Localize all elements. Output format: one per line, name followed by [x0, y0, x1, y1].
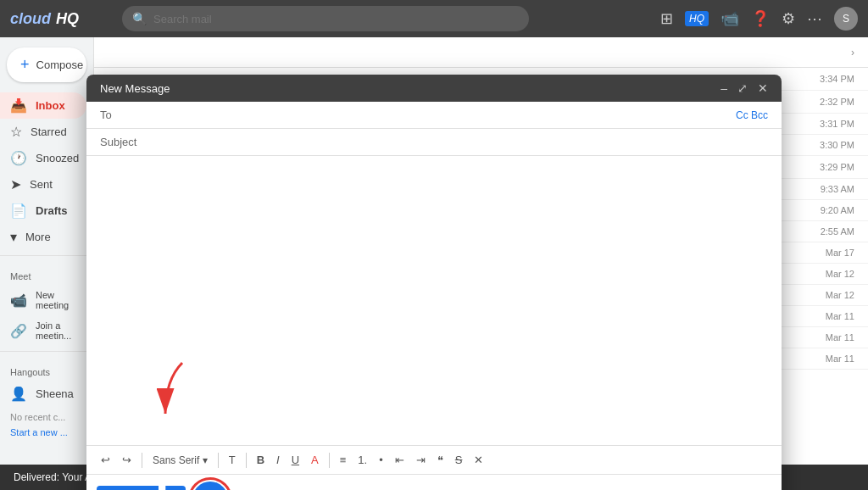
align-button[interactable]: ≡	[336, 451, 351, 469]
send-arrow-button[interactable]: ▾	[165, 486, 186, 490]
italic-button[interactable]: I	[272, 451, 284, 469]
sidebar-item-snoozed-label: Snoozed	[36, 152, 79, 164]
snoozed-icon: 🕐	[10, 150, 27, 166]
top-bar-right: ⊞ HQ 📹 ❓ ⚙ ⋯ S	[660, 7, 858, 31]
email-list-header: ›	[94, 37, 868, 68]
compose-plus-icon: +	[20, 56, 30, 74]
apps-icon[interactable]: ⋯	[807, 9, 822, 28]
sidebar-item-snoozed[interactable]: 🕐 Snoozed	[0, 145, 86, 171]
email-time: Mar 11	[816, 311, 854, 321]
email-time: 3:31 PM	[816, 119, 854, 129]
email-time: Mar 12	[816, 290, 854, 300]
logo-hq: HQ	[56, 10, 79, 28]
email-time: 9:33 AM	[816, 184, 854, 194]
strikethrough-button[interactable]: S	[451, 451, 467, 469]
sidebar-item-sent[interactable]: ➤ Sent	[0, 171, 86, 198]
compose-subject-row: Subject	[86, 129, 782, 156]
email-time: Mar 11	[816, 332, 854, 342]
sidebar-item-starred[interactable]: ☆ Starred	[0, 119, 86, 145]
email-time: Mar 12	[816, 269, 854, 279]
to-input[interactable]	[142, 109, 736, 121]
indent-more-button[interactable]: ⇥	[412, 451, 430, 469]
new-meeting-icon: 📹	[10, 292, 27, 309]
close-icon[interactable]: ✕	[758, 81, 768, 95]
cloudhq-logo: cloudHQ	[10, 10, 112, 28]
unordered-list-button[interactable]: •	[375, 451, 387, 469]
sidebar-item-inbox-label: Inbox	[36, 99, 65, 112]
bold-button[interactable]: B	[253, 451, 269, 469]
top-bar: cloudHQ 🔍 ⊞ HQ 📹 ❓ ⚙ ⋯ S	[0, 0, 868, 37]
hangouts-status: No recent c...	[0, 407, 93, 427]
sidebar: + Compose 📥 Inbox ☆ Starred 🕐 Snoozed ➤ …	[0, 37, 93, 490]
indent-less-button[interactable]: ⇤	[391, 451, 409, 469]
blockquote-button[interactable]: ❝	[433, 451, 448, 469]
join-meeting-icon: 🔗	[10, 323, 27, 339]
compose-button[interactable]: + Compose	[7, 47, 86, 82]
minimize-icon[interactable]: –	[721, 81, 727, 95]
send-button[interactable]: Send	[97, 486, 159, 490]
email-time: Mar 17	[816, 248, 854, 258]
email-time: 3:34 PM	[816, 74, 854, 84]
font-color-button[interactable]: A	[307, 451, 323, 469]
sidebar-item-inbox[interactable]: 📥 Inbox	[0, 92, 86, 119]
sidebar-item-join-meeting[interactable]: 🔗 Join a meetin...	[0, 315, 86, 346]
compose-to-row: To Cc Bcc	[86, 102, 782, 129]
compose-title: New Message	[100, 82, 170, 95]
to-label: To	[100, 109, 142, 121]
sidebar-item-drafts-label: Drafts	[36, 204, 68, 217]
logo-cloud: cloud	[10, 10, 51, 28]
starred-icon: ☆	[10, 124, 22, 140]
inbox-icon: 📥	[10, 97, 27, 114]
search-icon: 🔍	[132, 12, 147, 25]
start-new-chat[interactable]: Start a new ...	[0, 427, 93, 437]
video-icon[interactable]: 📹	[721, 9, 739, 28]
email-time: 3:30 PM	[816, 140, 854, 150]
undo-button[interactable]: ↩	[97, 451, 114, 469]
subject-input[interactable]	[142, 136, 768, 148]
sidebar-item-new-meeting[interactable]: 📹 New meeting	[0, 285, 86, 315]
sidebar-item-drafts[interactable]: 📄 Drafts	[0, 198, 86, 224]
fmt-divider-1	[142, 453, 142, 468]
avatar[interactable]: S	[834, 7, 858, 31]
settings-icon[interactable]: ⚙	[782, 9, 795, 28]
redo-button[interactable]: ↪	[118, 451, 136, 469]
compose-body[interactable]	[86, 156, 782, 445]
main-layout: + Compose 📥 Inbox ☆ Starred 🕐 Snoozed ➤ …	[0, 37, 868, 490]
compose-overlay: New Message – ⤢ ✕ To Cc Bcc Subject ↩ ↪ …	[86, 75, 782, 490]
email-time: 2:55 AM	[816, 226, 854, 237]
filter-icon[interactable]: ⊞	[660, 9, 673, 28]
more-chevron-icon: ▾	[10, 229, 17, 245]
remove-formatting-button[interactable]: ✕	[470, 451, 487, 469]
cloud-hq-icon[interactable]: HQ	[685, 11, 709, 26]
fmt-divider-3	[246, 453, 247, 468]
hangouts-section-label: Hangouts	[0, 357, 93, 381]
sidebar-item-sent-label: Sent	[30, 178, 53, 191]
font-size-button[interactable]: T	[225, 451, 240, 469]
help-icon[interactable]: ❓	[751, 9, 770, 28]
email-time: 9:20 AM	[816, 205, 854, 215]
sidebar-item-more[interactable]: ▾ More	[0, 224, 86, 250]
sidebar-item-more-label: More	[25, 231, 51, 243]
compose-label: Compose	[36, 58, 84, 71]
pagination-icon[interactable]: ›	[851, 47, 854, 58]
expand-icon[interactable]: ⤢	[737, 81, 748, 95]
search-input[interactable]	[153, 13, 519, 25]
compose-header-actions: – ⤢ ✕	[721, 81, 768, 95]
cc-bcc-button[interactable]: Cc Bcc	[736, 109, 768, 121]
underline-button[interactable]: U	[287, 451, 303, 469]
ordered-list-button[interactable]: 1.	[353, 451, 371, 469]
email-time: Mar 11	[816, 354, 854, 364]
fmt-divider-4	[329, 453, 330, 468]
subject-label: Subject	[100, 136, 142, 148]
drafts-icon: 📄	[10, 203, 27, 219]
insert-plus-button[interactable]: +	[192, 482, 228, 490]
compose-header: New Message – ⤢ ✕	[86, 75, 782, 102]
hangouts-user-icon: 👤	[10, 386, 27, 402]
compose-formatting-toolbar: ↩ ↪ Sans Serif ▾ T B I U A ≡ 1. • ⇤ ⇥ ❝ …	[86, 445, 782, 474]
sent-icon: ➤	[10, 176, 21, 192]
font-selector[interactable]: Sans Serif ▾	[148, 452, 212, 469]
sidebar-item-new-meeting-label: New meeting	[36, 290, 76, 310]
sidebar-item-sheena[interactable]: 👤 Sheena	[0, 381, 86, 407]
search-bar[interactable]: 🔍	[122, 6, 529, 31]
email-time: 3:29 PM	[816, 162, 854, 172]
